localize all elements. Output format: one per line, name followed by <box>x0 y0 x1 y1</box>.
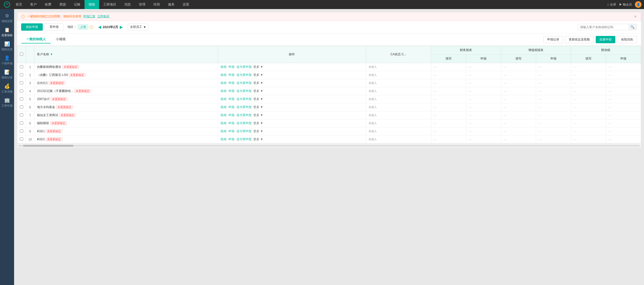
op-more[interactable]: 更多 ▼ <box>253 121 263 125</box>
op-more[interactable]: 更多 ▼ <box>253 89 263 93</box>
op-set-zero[interactable]: 设为零申报 <box>236 81 252 85</box>
vip-btn[interactable]: ▶ 畅会员 <box>619 3 632 7</box>
op-set-zero[interactable]: 设为零申报 <box>236 129 252 133</box>
op-tax-form[interactable]: 税表 <box>221 113 227 117</box>
nav-item-home[interactable]: 首页 <box>12 0 26 9</box>
op-set-zero[interactable]: 设为零申报 <box>236 113 252 117</box>
op-declare[interactable]: 申报 <box>228 137 234 141</box>
btn-declare-records[interactable]: 申报记录 <box>543 36 563 43</box>
row-select-checkbox[interactable] <box>20 89 23 92</box>
row-select-checkbox[interactable] <box>20 73 23 76</box>
row-select-checkbox[interactable] <box>20 65 23 68</box>
sidebar-item-tax-settings[interactable]: ⚙ 报税设置 <box>0 11 14 25</box>
op-set-zero[interactable]: 设为零申报 <box>236 105 252 109</box>
nav-item-operation[interactable]: 经营 <box>149 0 164 9</box>
op-declare[interactable]: 申报 <box>228 73 234 77</box>
banner-link-buy[interactable]: 立即购买 <box>97 14 109 19</box>
op-more[interactable]: 更多 ▼ <box>253 129 263 133</box>
op-declare[interactable]: 申报 <box>228 105 234 109</box>
sub-tab-general[interactable]: 一般的纳税人 <box>21 35 51 43</box>
op-tax-form[interactable]: 税表 <box>221 97 227 101</box>
op-more[interactable]: 更多 ▼ <box>253 81 263 85</box>
dept-select[interactable]: 全部员工 ▼ <box>128 24 148 30</box>
sidebar-item-annual-report[interactable]: 🏢 工商年报 <box>0 96 14 110</box>
row-select-checkbox[interactable] <box>20 137 23 141</box>
nav-item-invoice[interactable]: 票据 <box>55 0 70 9</box>
search-input[interactable] <box>578 24 628 30</box>
nav-item-settings[interactable]: 设置 <box>179 0 193 9</box>
op-more[interactable]: 更多 ▼ <box>253 65 263 69</box>
nav-item-business[interactable]: 工商项目 <box>99 0 120 9</box>
date-prev-btn[interactable]: ◀ <box>98 25 101 29</box>
fullscreen-btn[interactable]: □ 全屏 <box>607 3 616 7</box>
op-set-zero[interactable]: 设为零申报 <box>236 97 252 101</box>
nav-item-message[interactable]: 消息 <box>120 0 135 9</box>
row-select-checkbox[interactable] <box>20 113 23 117</box>
row-select-checkbox[interactable] <box>20 105 23 109</box>
op-set-zero[interactable]: 设为零申报 <box>236 73 252 77</box>
row-select-checkbox[interactable] <box>20 129 23 133</box>
op-declare[interactable]: 申报 <box>228 89 234 93</box>
user-avatar[interactable]: 👤 <box>635 1 641 8</box>
op-declare[interactable]: 申报 <box>228 129 234 133</box>
btn-batch-declare[interactable]: 批量申报 <box>596 36 615 43</box>
sidebar-item-personal-tax[interactable]: 👤 个税申报 <box>0 53 14 67</box>
op-set-zero[interactable]: 设为零申报 <box>236 121 252 125</box>
row-select-checkbox[interactable] <box>20 97 23 101</box>
tab-zero-declare[interactable]: 零申报 <box>45 23 63 31</box>
banner-close-btn[interactable]: ✕ <box>634 15 637 18</box>
banner-link-report[interactable]: 申报汇签 <box>83 14 95 19</box>
op-tax-form[interactable]: 税表 <box>221 81 227 85</box>
op-tax-form[interactable]: 税表 <box>221 105 227 109</box>
op-declare[interactable]: 申报 <box>228 97 234 101</box>
op-declare[interactable]: 申报 <box>228 121 234 125</box>
tab-tax-declare[interactable]: 税款申报 <box>21 23 43 31</box>
op-tax-form[interactable]: 税表 <box>221 65 227 69</box>
op-tax-form[interactable]: 税表 <box>221 137 227 141</box>
op-declare[interactable]: 申报 <box>228 113 234 117</box>
op-more[interactable]: 更多 ▼ <box>253 73 263 77</box>
op-more[interactable]: 更多 ▼ <box>253 97 263 101</box>
client-name-text: 杨仙女工资商试 <box>37 113 58 117</box>
nav-item-manage[interactable]: 管理 <box>135 0 149 9</box>
op-tax-form[interactable]: 税表 <box>221 121 227 125</box>
client-name-text: 科目2 <box>37 137 45 141</box>
row-select-checkbox[interactable] <box>20 121 23 125</box>
row-select-checkbox[interactable] <box>20 81 23 84</box>
sub-tab-small[interactable]: 小规模 <box>51 35 71 43</box>
op-tax-form[interactable]: 税表 <box>221 89 227 93</box>
nav-item-service[interactable]: 服务 <box>164 0 179 9</box>
row-checkbox <box>17 127 26 135</box>
row-add-declare: — <box>606 111 641 119</box>
op-declare[interactable]: 申报 <box>228 81 234 85</box>
op-declare[interactable]: 申报 <box>228 65 234 69</box>
sidebar-item-tax-overview[interactable]: 📊 报税总览 <box>0 39 14 53</box>
nav-item-tax[interactable]: 报税 <box>85 0 99 9</box>
select-all-checkbox[interactable] <box>20 53 23 56</box>
btn-update-fetch[interactable]: 更新统定及取数 <box>565 36 594 43</box>
table-header-row-1: 客户名称 ▼ 操作 CA状态 C... 财务报表 增值税报表 附加税 <box>17 46 641 55</box>
sidebar-item-annual-settlement[interactable]: 💰 汇算清缴 <box>0 81 14 96</box>
sort-icon[interactable]: ▼ <box>50 53 53 56</box>
op-tax-form[interactable]: 税表 <box>221 73 227 77</box>
op-more[interactable]: 更多 ▼ <box>253 113 263 117</box>
trial-banner: ! 一键报税功能已过试用期，请购买后使用 申报汇签 立即购买 ✕ <box>17 12 641 21</box>
op-set-zero[interactable]: 设为零申报 <box>236 137 252 141</box>
horizontal-scrollbar[interactable] <box>17 144 641 148</box>
sidebar-label-annual-report: 工商年报 <box>2 104 13 108</box>
date-next-btn[interactable]: ▶ <box>120 25 123 29</box>
scrollbar-thumb[interactable] <box>23 145 73 147</box>
op-tax-form[interactable]: 税表 <box>221 129 227 133</box>
op-more[interactable]: 更多 ▼ <box>253 105 263 109</box>
op-more[interactable]: 更多 ▼ <box>253 137 263 141</box>
nav-item-accounting[interactable]: 记账 <box>70 0 85 9</box>
sidebar-item-tax-records[interactable]: 📝 报税记录 <box>0 67 14 81</box>
search-button[interactable]: 🔍 <box>628 24 637 30</box>
op-set-zero[interactable]: 设为零申报 <box>236 65 252 69</box>
location-info-icon[interactable]: i <box>90 25 93 29</box>
btn-collect-receipt[interactable]: 收取回执 <box>617 36 637 43</box>
nav-item-client[interactable]: 客户 <box>26 0 41 9</box>
sidebar-item-batch-tax[interactable]: 📋 批量报税 <box>0 25 14 39</box>
nav-item-fee[interactable]: 收费 <box>41 0 55 9</box>
op-set-zero[interactable]: 设为零申报 <box>236 89 252 93</box>
